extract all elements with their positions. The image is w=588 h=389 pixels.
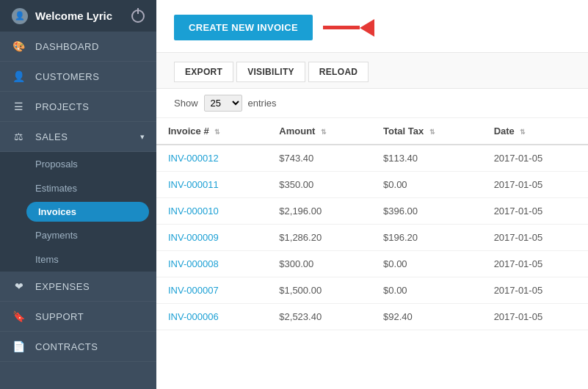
customers-icon: 👤 bbox=[12, 70, 26, 82]
visibility-button[interactable]: VISIBILITY bbox=[236, 62, 305, 82]
cell-amount: $300.00 bbox=[267, 251, 371, 277]
top-bar: CREATE NEW INVOICE bbox=[156, 0, 588, 53]
sidebar-item-label: SUPPORT bbox=[35, 311, 84, 322]
sidebar-header: 👤 Welcome Lyric bbox=[0, 0, 156, 32]
cell-amount: $743.40 bbox=[267, 145, 371, 172]
sidebar-item-label: SALES bbox=[35, 131, 68, 142]
cell-date: 2017-01-05 bbox=[482, 225, 588, 251]
col-date: Date ⇅ bbox=[482, 118, 588, 145]
cell-date: 2017-01-05 bbox=[482, 145, 588, 172]
arrow-head bbox=[360, 19, 374, 37]
sidebar-item-label: CUSTOMERS bbox=[35, 71, 99, 82]
cell-date: 2017-01-05 bbox=[482, 251, 588, 277]
cell-invoice: INV-000007 bbox=[156, 277, 267, 304]
invoices-table: Invoice # ⇅ Amount ⇅ Total Tax ⇅ Date ⇅ bbox=[156, 118, 588, 330]
sidebar-item-expenses[interactable]: ❤ EXPENSES bbox=[0, 272, 156, 302]
cell-tax: $92.40 bbox=[371, 304, 482, 330]
sidebar-item-support[interactable]: 🔖 SUPPORT bbox=[0, 302, 156, 332]
sales-submenu: Proposals Estimates Invoices Payments It… bbox=[0, 152, 156, 272]
invoice-link[interactable]: INV-000010 bbox=[168, 206, 219, 217]
main-content: CREATE NEW INVOICE EXPORT VISIBILITY REL… bbox=[156, 0, 588, 389]
dashboard-icon: 🎨 bbox=[12, 40, 26, 52]
sidebar-item-dashboard[interactable]: 🎨 DASHBOARD bbox=[0, 32, 156, 62]
table-row: INV-000009 $1,286.20 $196.20 2017-01-05 bbox=[156, 225, 588, 251]
invoice-link[interactable]: INV-000012 bbox=[168, 153, 219, 164]
invoices-table-container: Invoice # ⇅ Amount ⇅ Total Tax ⇅ Date ⇅ bbox=[156, 118, 588, 389]
chevron-down-icon: ▾ bbox=[140, 132, 145, 142]
expenses-icon: ❤ bbox=[12, 280, 26, 292]
cell-amount: $2,196.00 bbox=[267, 198, 371, 225]
contracts-icon: 📄 bbox=[12, 341, 26, 352]
projects-icon: ☰ bbox=[12, 101, 26, 112]
table-row: INV-000012 $743.40 $113.40 2017-01-05 bbox=[156, 145, 588, 172]
col-amount: Amount ⇅ bbox=[267, 118, 371, 145]
sidebar-item-items[interactable]: Items bbox=[0, 247, 156, 272]
col-invoice: Invoice # ⇅ bbox=[156, 118, 267, 145]
sidebar-item-contracts[interactable]: 📄 CONTRACTS bbox=[0, 332, 156, 362]
arrow-indicator bbox=[324, 19, 374, 37]
sidebar-item-customers[interactable]: 👤 CUSTOMERS bbox=[0, 62, 156, 92]
reload-button[interactable]: RELOAD bbox=[308, 62, 369, 82]
sidebar-item-sales[interactable]: ⚖ SALES ▾ bbox=[0, 122, 156, 152]
export-button[interactable]: EXPORT bbox=[174, 62, 233, 82]
sort-icon-invoice[interactable]: ⇅ bbox=[214, 128, 220, 136]
cell-invoice: INV-000010 bbox=[156, 198, 267, 225]
sidebar: 👤 Welcome Lyric 🎨 DASHBOARD 👤 CUSTOMERS … bbox=[0, 0, 156, 389]
invoice-link[interactable]: INV-000009 bbox=[168, 232, 219, 243]
table-header-row: Invoice # ⇅ Amount ⇅ Total Tax ⇅ Date ⇅ bbox=[156, 118, 588, 145]
sidebar-item-payments[interactable]: Payments bbox=[0, 223, 156, 247]
sidebar-header-left: 👤 Welcome Lyric bbox=[12, 8, 112, 24]
cell-date: 2017-01-05 bbox=[482, 277, 588, 304]
sidebar-item-label: PROJECTS bbox=[35, 101, 89, 112]
sidebar-item-label: CONTRACTS bbox=[35, 341, 98, 352]
cell-invoice: INV-000008 bbox=[156, 251, 267, 277]
power-icon[interactable] bbox=[131, 10, 145, 23]
cell-amount: $1,500.00 bbox=[267, 277, 371, 304]
sort-icon-tax[interactable]: ⇅ bbox=[429, 128, 435, 136]
cell-date: 2017-01-05 bbox=[482, 172, 588, 198]
cell-invoice: INV-000006 bbox=[156, 304, 267, 330]
cell-invoice: INV-000011 bbox=[156, 172, 267, 198]
sort-icon-date[interactable]: ⇅ bbox=[520, 128, 526, 136]
invoice-link[interactable]: INV-000006 bbox=[168, 311, 219, 322]
cell-tax: $0.00 bbox=[371, 277, 482, 304]
arrow-line bbox=[323, 26, 360, 29]
sidebar-item-estimates[interactable]: Estimates bbox=[0, 176, 156, 200]
sidebar-item-projects[interactable]: ☰ PROJECTS bbox=[0, 92, 156, 122]
cell-invoice: INV-000009 bbox=[156, 225, 267, 251]
cell-amount: $350.00 bbox=[267, 172, 371, 198]
support-icon: 🔖 bbox=[12, 310, 26, 322]
sidebar-item-label: DASHBOARD bbox=[35, 41, 99, 52]
invoice-link[interactable]: INV-000008 bbox=[168, 258, 219, 269]
sort-icon-amount[interactable]: ⇅ bbox=[321, 128, 327, 136]
table-row: INV-000007 $1,500.00 $0.00 2017-01-05 bbox=[156, 277, 588, 304]
cell-amount: $1,286.20 bbox=[267, 225, 371, 251]
cell-date: 2017-01-05 bbox=[482, 198, 588, 225]
entries-label: entries bbox=[248, 98, 277, 109]
invoice-link[interactable]: INV-000007 bbox=[168, 285, 219, 296]
sidebar-item-proposals[interactable]: Proposals bbox=[0, 152, 156, 176]
avatar: 👤 bbox=[12, 8, 28, 24]
show-row: Show 25 10 50 100 entries bbox=[156, 89, 588, 118]
entries-select[interactable]: 25 10 50 100 bbox=[204, 95, 242, 112]
sidebar-item-label: EXPENSES bbox=[35, 281, 90, 292]
create-invoice-button[interactable]: CREATE NEW INVOICE bbox=[174, 15, 313, 40]
table-controls: EXPORT VISIBILITY RELOAD bbox=[156, 53, 588, 89]
col-tax: Total Tax ⇅ bbox=[371, 118, 482, 145]
cell-tax: $0.00 bbox=[371, 251, 482, 277]
cell-tax: $113.40 bbox=[371, 145, 482, 172]
cell-amount: $2,523.40 bbox=[267, 304, 371, 330]
invoice-link[interactable]: INV-000011 bbox=[168, 179, 219, 190]
show-label: Show bbox=[174, 98, 198, 109]
cell-invoice: INV-000012 bbox=[156, 145, 267, 172]
cell-tax: $196.20 bbox=[371, 225, 482, 251]
table-row: INV-000008 $300.00 $0.00 2017-01-05 bbox=[156, 251, 588, 277]
cell-tax: $0.00 bbox=[371, 172, 482, 198]
table-row: INV-000006 $2,523.40 $92.40 2017-01-05 bbox=[156, 304, 588, 330]
cell-tax: $396.00 bbox=[371, 198, 482, 225]
table-row: INV-000010 $2,196.00 $396.00 2017-01-05 bbox=[156, 198, 588, 225]
cell-date: 2017-01-05 bbox=[482, 304, 588, 330]
sidebar-title: Welcome Lyric bbox=[35, 10, 112, 22]
sidebar-item-invoices[interactable]: Invoices bbox=[26, 202, 149, 222]
sales-icon: ⚖ bbox=[12, 131, 26, 142]
